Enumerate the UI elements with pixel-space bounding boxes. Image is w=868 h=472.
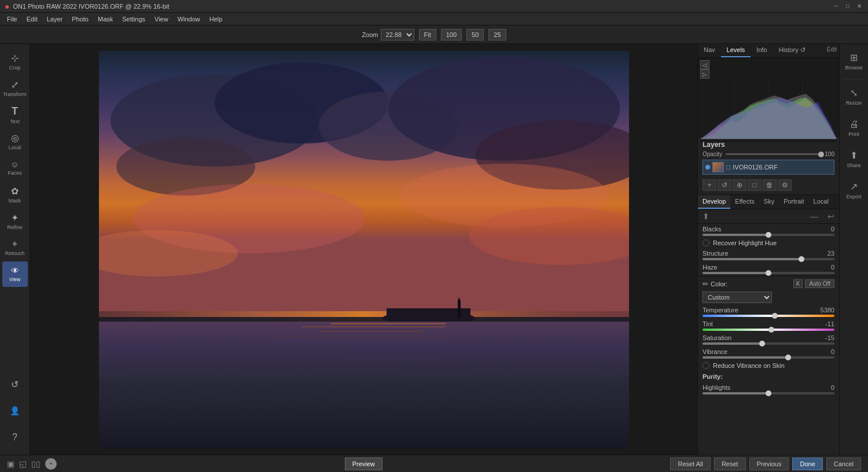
zoom-100-button[interactable]: 100 xyxy=(441,29,462,40)
title-text: ON1 Photo RAW 2022 IVOR0126.ORF @ 22.9% … xyxy=(13,3,169,10)
retouch-icon: ⌖ xyxy=(12,239,17,249)
temperature-slider-track[interactable] xyxy=(703,315,834,317)
fit-button[interactable]: Fit xyxy=(419,29,436,40)
tab-nav[interactable]: Nav xyxy=(698,44,721,57)
develop-tabs: Develop Effects Sky Portrait Local xyxy=(698,194,839,209)
export-icon[interactable]: ⬆ xyxy=(703,212,709,221)
tab-levels[interactable]: Levels xyxy=(721,44,751,57)
menu-item-help[interactable]: Help xyxy=(205,14,227,24)
tool-transform[interactable]: ⤢ Transform xyxy=(2,75,28,101)
tint-value: -11 xyxy=(825,320,834,327)
blend-layer-button[interactable]: ⊕ xyxy=(733,179,746,191)
browse-button[interactable]: ⊞ Browse xyxy=(841,46,867,76)
tool-rotate[interactable]: ↺ xyxy=(2,371,28,397)
saturation-slider-track[interactable] xyxy=(703,342,834,345)
tab-portrait[interactable]: Portrait xyxy=(779,195,808,209)
help-icon: ? xyxy=(12,432,17,443)
done-button[interactable]: Done xyxy=(792,458,822,470)
tool-faces[interactable]: ☺ Faces xyxy=(2,155,28,180)
menu-item-mask[interactable]: Mask xyxy=(93,14,117,24)
print-icon: 🖨 xyxy=(849,119,859,130)
haze-label: Haze xyxy=(703,264,718,271)
blacks-label: Blacks xyxy=(703,226,721,233)
preview-button[interactable]: Preview xyxy=(345,458,382,470)
canvas-image xyxy=(99,51,629,448)
undo-icon[interactable]: ↩ xyxy=(827,212,834,221)
cancel-button[interactable]: Cancel xyxy=(826,458,861,470)
tool-help[interactable]: ? xyxy=(2,425,28,450)
tool-crop[interactable]: ⊹ Crop xyxy=(2,49,28,74)
menu-item-photo[interactable]: Photo xyxy=(67,14,93,24)
temperature-slider-row: Temperature 5380 xyxy=(698,305,839,319)
haze-slider-row: Haze 0 xyxy=(698,262,839,276)
export-button[interactable]: ↗ Export xyxy=(841,175,867,205)
tool-view[interactable]: 👁 View xyxy=(2,261,28,287)
settings-layer-button[interactable]: ⚙ xyxy=(778,179,792,191)
recover-highlight-hue-checkbox[interactable] xyxy=(703,239,709,246)
tab-sky[interactable]: Sky xyxy=(759,195,779,209)
menu-item-view[interactable]: View xyxy=(150,14,173,24)
preset-select[interactable]: Custom Daylight Cloudy Shade Tungsten Fl… xyxy=(703,292,772,303)
layer-item[interactable]: □ IVOR0126.ORF xyxy=(703,160,834,175)
blacks-value: 0 xyxy=(831,226,834,233)
single-view-icon[interactable]: ◱ xyxy=(19,459,27,469)
retouch-label: Retouch xyxy=(5,250,25,256)
tint-slider-track[interactable] xyxy=(703,329,834,331)
purity-highlights-track[interactable] xyxy=(703,392,834,394)
tool-local[interactable]: ◎ Local xyxy=(2,128,28,154)
minus-icon[interactable]: — xyxy=(810,212,818,221)
menu-item-window[interactable]: Window xyxy=(173,14,205,24)
right-panel: Nav Levels Info History ↺ Edit ◁ ▷ xyxy=(697,44,839,455)
menu-item-layer[interactable]: Layer xyxy=(42,14,68,24)
zoom-control: Zoom 22.88 xyxy=(362,29,414,40)
haze-slider-track[interactable] xyxy=(703,272,834,274)
zoom-select[interactable]: 22.88 xyxy=(381,29,414,40)
opacity-slider[interactable] xyxy=(726,153,821,155)
tool-text[interactable]: T Text xyxy=(2,102,28,127)
tab-effects[interactable]: Effects xyxy=(730,195,759,209)
vibrance-slider-track[interactable] xyxy=(703,356,834,359)
tool-retouch[interactable]: ⌖ Retouch xyxy=(2,235,28,260)
reset-all-button[interactable]: Reset All xyxy=(670,458,710,470)
transform-icon: ⤢ xyxy=(11,79,19,90)
reset-layer-button[interactable]: ↺ xyxy=(718,179,731,191)
close-button[interactable]: ✕ xyxy=(855,2,863,10)
restore-button[interactable]: □ xyxy=(844,2,852,10)
circle-button[interactable]: • xyxy=(45,458,57,470)
tab-develop[interactable]: Develop xyxy=(698,195,730,209)
zoom-50-button[interactable]: 50 xyxy=(466,29,484,40)
edit-button[interactable]: Edit xyxy=(825,44,839,57)
reduce-vibrance-checkbox[interactable] xyxy=(703,362,709,369)
add-layer-button[interactable]: + xyxy=(703,179,716,191)
share-button[interactable]: ⬆ Share xyxy=(841,144,867,174)
delete-layer-button[interactable]: 🗑 xyxy=(763,179,777,191)
menu-item-settings[interactable]: Settings xyxy=(117,14,150,24)
tool-person[interactable]: 👤 xyxy=(2,398,28,423)
tab-history[interactable]: History ↺ xyxy=(773,44,811,57)
vibrance-label: Vibrance xyxy=(703,348,727,355)
reset-button[interactable]: Reset xyxy=(714,458,746,470)
opacity-row: Opacity 100 xyxy=(703,151,834,157)
tab-local[interactable]: Local xyxy=(809,195,833,209)
hist-prev-button[interactable]: ◁ xyxy=(700,60,709,69)
minimize-button[interactable]: ─ xyxy=(832,2,840,10)
print-button[interactable]: 🖨 Print xyxy=(841,113,867,143)
bottom-bar: ▣ ◱ ▯▯ • Preview Reset All Reset Previou… xyxy=(0,455,868,472)
blacks-slider-track[interactable] xyxy=(703,234,834,236)
structure-slider-track[interactable] xyxy=(703,258,834,260)
tool-refine[interactable]: ✦ Refine xyxy=(2,208,28,234)
k-button[interactable]: K xyxy=(793,279,803,288)
hist-next-button[interactable]: ▷ xyxy=(700,69,709,79)
previous-button[interactable]: Previous xyxy=(749,458,789,470)
menu-item-file[interactable]: File xyxy=(2,14,22,24)
zoom-25-button[interactable]: 25 xyxy=(488,29,506,40)
tool-mask[interactable]: ✿ Mask xyxy=(2,182,28,207)
mask-layer-button[interactable]: □ xyxy=(748,179,762,191)
tab-info[interactable]: Info xyxy=(751,44,773,57)
split-view-icon[interactable]: ▯▯ xyxy=(31,459,41,469)
menu-item-edit[interactable]: Edit xyxy=(22,14,42,24)
crop-label: Crop xyxy=(9,65,21,71)
auto-off-button[interactable]: Auto Off xyxy=(805,279,834,288)
canvas-size-icon[interactable]: ▣ xyxy=(7,459,14,469)
resize-button[interactable]: ⤡ Resize xyxy=(841,82,867,112)
